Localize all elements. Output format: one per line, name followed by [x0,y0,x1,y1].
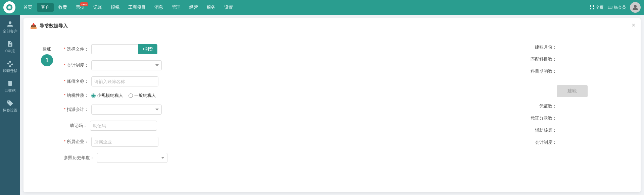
nav-item-message[interactable]: 消息 [150,3,167,12]
new-badge: new [80,2,88,6]
nav-item-settings[interactable]: 设置 [220,3,237,12]
match-subjects-row: 匹配科目数： [530,56,627,62]
form-fields: 选择文件： +浏览 会计制度： [64,44,499,163]
nav-item-invoice[interactable]: 票据 new [72,3,89,12]
ledger-name-label: 账簿名称： [64,78,89,84]
svg-point-3 [634,5,637,8]
history-year-row: 参照历史年度： [64,153,499,163]
dialog-card: 📥 导爷数据导入 × 建账 1 选择文件： [23,18,641,192]
info-section: 建账月份： 匹配科目数： 科目期初数： 建账 凭证数： [527,44,627,163]
tax-type-radio-group: 小规模纳税人 一般纳税人 [91,92,156,99]
nav-item-bookkeeping[interactable]: 记账 [89,3,106,12]
close-button[interactable]: × [632,22,635,28]
voucher-entries-row: 凭证分录数： [530,115,627,121]
accounting-system2-row: 会计制度： [530,139,627,145]
dialog-header: 📥 导爷数据导入 [23,18,641,34]
auxiliary-label: 辅助核算： [530,127,557,133]
nav-item-billing[interactable]: 收费 [54,3,71,12]
build-account-button[interactable]: 建账 [557,85,588,97]
nav-item-manage[interactable]: 管理 [168,3,185,12]
nav-item-service[interactable]: 服务 [203,3,219,12]
match-subjects-label: 匹配科目数： [530,56,557,62]
memo-input[interactable] [90,121,157,131]
import-icon: 📥 [30,23,37,29]
step-circle: 1 [41,54,53,66]
top-navigation: 首页 客户 收费 票据 new 记账 报税 工商项目 消息 管理 经营 服务 设… [0,0,644,15]
nav-menu: 首页 客户 收费 票据 new 记账 报税 工商项目 消息 管理 经营 服务 设… [19,3,590,12]
sidebar-item-tag-settings[interactable]: 标签设置 [1,97,19,116]
company-label: 所属企业： [64,139,89,145]
build-month-row: 建账月份： [530,44,627,50]
radio-general-taxpayer[interactable]: 一般纳税人 [129,92,156,99]
subject-initial-label: 科目期初数： [530,68,557,74]
accounting-system-select[interactable] [91,60,162,70]
svg-point-1 [8,6,10,8]
company-row: 所属企业： [64,137,499,147]
section-divider [513,44,513,163]
voucher-count-label: 凭证数： [530,103,557,109]
build-month-label: 建账月份： [530,44,557,50]
auxiliary-row: 辅助核算： [530,127,627,133]
nav-right-area: 全屏 畅会员 [590,2,641,13]
fullscreen-button[interactable]: 全屏 [590,5,604,10]
file-select-row: 选择文件： +浏览 [64,44,499,54]
svg-rect-2 [608,6,612,9]
dialog-body: 建账 1 选择文件： +浏览 会计制度： [23,34,641,173]
nav-item-clients[interactable]: 客户 [37,3,54,12]
ledger-name-row: 账簿名称： [64,76,499,86]
sidebar-item-all-clients[interactable]: 全部客户 [1,18,19,37]
sidebar-item-recycle[interactable]: 回收站 [1,77,19,96]
main-content: 📥 导爷数据导入 × 建账 1 选择文件： [20,15,644,195]
history-year-label: 参照历史年度： [64,155,94,161]
voucher-entries-label: 凭证分录数： [530,115,557,121]
dialog-title: 导爷数据导入 [40,23,68,29]
voucher-count-row: 凭证数： [530,103,627,109]
file-input-group: +浏览 [91,44,158,54]
tax-type-row: 纳税性质： 小规模纳税人 一般纳税人 [64,92,499,99]
nav-item-tax[interactable]: 报税 [107,3,123,12]
sidebar-item-migrate[interactable]: 账套迁移 [1,58,19,76]
memo-row: 助记码： [64,121,499,131]
accounting-system-label: 会计制度： [64,62,89,68]
accounting-system2-label: 会计制度： [530,139,557,145]
step-label: 建账 [43,46,51,52]
memo-label: 助记码： [64,123,87,129]
nav-item-operation[interactable]: 经营 [185,3,202,12]
company-input[interactable] [91,137,158,147]
radio-small-taxpayer[interactable]: 小规模纳税人 [91,92,123,99]
user-avatar[interactable] [630,2,641,13]
accounting-system-row: 会计制度： [64,60,499,70]
assign-accountant-select[interactable] [91,105,162,115]
file-label: 选择文件： [64,46,89,52]
history-year-select[interactable] [97,153,167,163]
ledger-name-input[interactable] [91,76,158,86]
browse-button[interactable]: +浏览 [138,44,158,54]
subject-initial-row: 科目期初数： [530,68,627,74]
nav-item-business[interactable]: 工商项目 [124,3,150,12]
app-logo[interactable] [3,1,15,13]
sidebar: 全部客户 0申报 账套迁移 回收站 标签设置 [0,15,20,195]
nav-item-home[interactable]: 首页 [19,3,36,12]
tax-type-label: 纳税性质： [64,92,89,99]
assign-accountant-row: 指派会计： [64,105,499,115]
vip-button[interactable]: 畅会员 [608,5,626,10]
sidebar-item-declaration[interactable]: 0申报 [1,38,19,56]
assign-accountant-label: 指派会计： [64,107,89,113]
file-text-input[interactable] [91,44,138,54]
